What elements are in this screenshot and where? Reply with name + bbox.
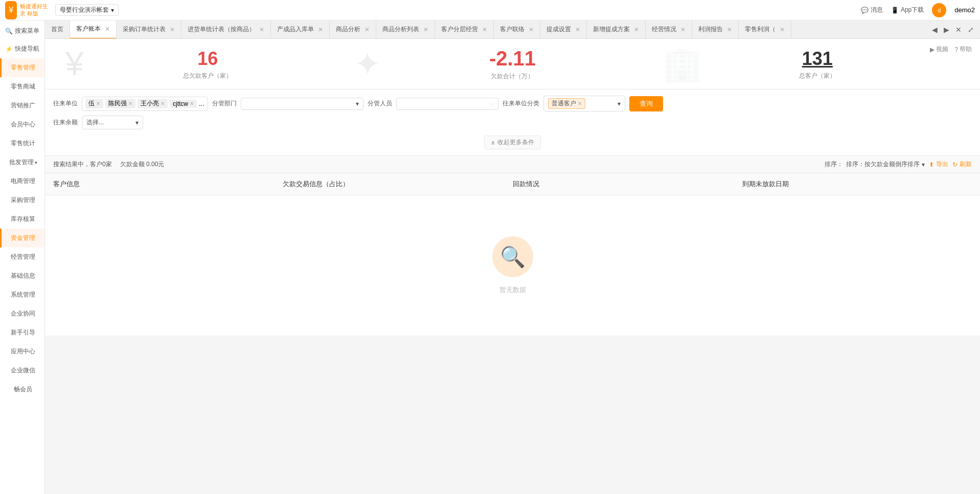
filter-tag-more[interactable]: ... — [199, 100, 204, 107]
tab-customer-segment-close[interactable]: ✕ — [482, 26, 487, 33]
tab-add-boost-close[interactable]: ✕ — [634, 26, 639, 33]
tab-boost-settings[interactable]: 提成设置 ✕ — [540, 20, 587, 39]
newcomer-label: 新手引导 — [11, 329, 35, 336]
sidebar-item-retail-mall[interactable]: 零售商城 — [0, 77, 44, 96]
quick-nav-label: 快捷导航 — [15, 44, 39, 53]
sidebar-item-inventory[interactable]: 库存核算 — [0, 210, 44, 229]
tab-profit-report[interactable]: 利润报告 ✕ — [692, 20, 739, 39]
tab-cost-entry-close[interactable]: ✕ — [318, 26, 323, 33]
sidebar-item-batch-mgmt[interactable]: 批发管理 ▾ — [0, 153, 44, 172]
sidebar-item-operations[interactable]: 经营管理 — [0, 248, 44, 266]
help-label: 帮助 — [960, 45, 972, 54]
filter-tag-unit-2[interactable]: 王小亮 ✕ — [138, 99, 168, 108]
export-button[interactable]: ⬆ 导出 — [929, 160, 948, 169]
tab-purchase-order-close[interactable]: ✕ — [170, 26, 175, 33]
tab-inventory-stat[interactable]: 进货单统计表（按商品） ✕ — [181, 20, 271, 39]
sidebar-search[interactable]: 🔍 搜索菜单 — [0, 20, 44, 39]
sidebar-item-basic-info[interactable]: 基础信息 — [0, 266, 44, 285]
tab-inventory-stat-close[interactable]: ✕ — [259, 26, 264, 33]
collapse-up-icon: ∧ — [491, 139, 495, 146]
sidebar-item-retail-stat[interactable]: 零售统计 — [0, 134, 44, 153]
tab-prev-button[interactable]: ◀ — [930, 25, 940, 35]
tab-customer-contact[interactable]: 客户联络 ✕ — [494, 20, 540, 39]
tab-ops-status[interactable]: 经营情况 ✕ — [646, 20, 692, 39]
app-download-button[interactable]: 📱 App下载 — [891, 6, 924, 14]
sidebar: 🔍 搜索菜单 ⚡ 快捷导航 零售管理 零售商城 营销推广 会员中心 零售统计 — [0, 20, 45, 494]
tab-home-label: 首页 — [51, 25, 63, 34]
page-content: ¥ 16 总欠款客户（家） ✦ -2.11 欠款合计（万） 🏢 131 — [45, 39, 980, 494]
tab-home[interactable]: 首页 — [45, 20, 70, 39]
filter-tag-unit-3-close[interactable]: ✕ — [190, 101, 194, 106]
person-label: 分管人员 — [368, 99, 392, 108]
sidebar-item-vip-member[interactable]: 畅会员 — [0, 380, 44, 399]
stat-total-customers: 131 总客户（家） — [665, 48, 970, 80]
quick-nav[interactable]: ⚡ 快捷导航 — [0, 39, 44, 58]
sidebar-item-app-center[interactable]: 应用中心 — [0, 342, 44, 361]
help-button[interactable]: ? 帮助 — [954, 45, 972, 54]
stat-debt-total-label: 欠款合计（万） — [491, 72, 534, 81]
sidebar-item-newcomer[interactable]: 新手引导 — [0, 323, 44, 342]
tab-customer-segment-label: 客户分层经营 — [441, 25, 478, 34]
marketing-label: 营销推广 — [11, 102, 35, 109]
refresh-icon: ↻ — [952, 161, 958, 168]
unit-class-select[interactable]: 普通客户 ✕ ▾ — [543, 96, 625, 111]
sort-select[interactable]: 排序： 排序：按欠款金额倒序排序 ▾ — [825, 160, 925, 169]
sidebar-item-corp-wechat[interactable]: 企业微信 — [0, 361, 44, 380]
filter-tag-unit-0-close[interactable]: ✕ — [96, 101, 100, 106]
query-button[interactable]: 查询 — [629, 96, 663, 111]
dept-select[interactable]: ▾ — [241, 98, 363, 110]
tab-ops-status-close[interactable]: ✕ — [680, 26, 686, 33]
tab-retail-profit-close[interactable]: ✕ — [780, 26, 785, 33]
sidebar-item-ecommerce[interactable]: 电商管理 — [0, 172, 44, 191]
tab-goods-list[interactable]: 商品分析列表 ✕ — [376, 20, 435, 39]
refresh-button[interactable]: ↻ 刷新 — [952, 160, 972, 169]
tab-profit-report-close[interactable]: ✕ — [727, 26, 732, 33]
tab-purchase-order[interactable]: 采购订单统计表 ✕ — [117, 20, 181, 39]
sidebar-item-capital[interactable]: 资金管理 — [0, 229, 44, 248]
person-input[interactable]: ··· — [396, 98, 498, 110]
unit-class-tag-close[interactable]: ✕ — [578, 101, 582, 106]
filter-tag-unit-1[interactable]: 陈民强 ✕ — [105, 99, 135, 108]
tab-retail-profit[interactable]: 零售利润（ ✕ — [739, 20, 791, 39]
suite-chevron-icon: ▾ — [111, 7, 114, 14]
tab-add-boost[interactable]: 新增提成方案 ✕ — [587, 20, 646, 39]
tab-goods-list-close[interactable]: ✕ — [423, 26, 428, 33]
message-button[interactable]: 💬 消息 — [861, 6, 883, 14]
purchase-mgmt-label: 采购管理 — [11, 196, 35, 204]
tab-bar: 首页 客户账本 ✕ 采购订单统计表 ✕ 进货单统计表（按商品） ✕ 产成品入库单… — [45, 20, 980, 39]
tab-accounts[interactable]: 客户账本 ✕ — [70, 20, 117, 39]
filter-tag-unit-0[interactable]: 伍 ✕ — [85, 99, 103, 108]
balance-select[interactable]: 选择... ▾ — [82, 116, 143, 129]
sidebar-item-member-center[interactable]: 会员中心 — [0, 115, 44, 134]
col-date-header: 到期未放款日期 — [742, 179, 972, 189]
sidebar-item-marketing[interactable]: 营销推广 — [0, 96, 44, 115]
video-help-button[interactable]: ▶ 视频 — [930, 45, 948, 54]
tab-next-button[interactable]: ▶ — [942, 25, 951, 35]
filter-tag-unit-3[interactable]: cjttcw ✕ — [170, 100, 197, 108]
sidebar-item-purchase-mgmt[interactable]: 采购管理 — [0, 191, 44, 210]
tab-boost-settings-close[interactable]: ✕ — [575, 26, 580, 33]
user-avatar[interactable]: d — [932, 3, 946, 17]
tab-goods-analysis-close[interactable]: ✕ — [364, 26, 370, 33]
filter-tag-unit-2-close[interactable]: ✕ — [161, 101, 165, 106]
filter-row-1: 往来单位 伍 ✕ 陈民强 ✕ 王小亮 — [53, 96, 972, 111]
filter-tag-unit-1-close[interactable]: ✕ — [128, 101, 132, 106]
unit-class-tag[interactable]: 普通客户 ✕ — [548, 98, 585, 109]
tab-expand-button[interactable]: ⤢ — [966, 25, 976, 35]
tab-cost-entry[interactable]: 产成品入库单 ✕ — [271, 20, 330, 39]
tab-accounts-close[interactable]: ✕ — [105, 26, 110, 33]
sidebar-item-sys-mgmt[interactable]: 系统管理 — [0, 285, 44, 304]
suite-selector[interactable]: 母婴行业演示帐套 ▾ — [55, 4, 119, 16]
unit-class-chevron-icon: ▾ — [618, 100, 621, 107]
logo-area: ¥ 畅捷通好生意 标版 — [5, 1, 50, 19]
sidebar-item-enterprise[interactable]: 企业协同 — [0, 304, 44, 323]
stat-debt-customers: 16 总欠款客户（家） — [55, 48, 360, 80]
sidebar-item-retail-mgmt[interactable]: 零售管理 — [0, 58, 44, 77]
collapse-button[interactable]: ∧ 收起更多条件 — [484, 136, 541, 149]
tab-goods-analysis[interactable]: 商品分析 ✕ — [330, 20, 376, 39]
tab-customer-segment[interactable]: 客户分层经营 ✕ — [435, 20, 494, 39]
tab-customer-contact-close[interactable]: ✕ — [529, 26, 534, 33]
unit-tag-group[interactable]: 伍 ✕ 陈民强 ✕ 王小亮 ✕ — [82, 97, 208, 111]
tab-close-all-button[interactable]: ✕ — [953, 25, 964, 35]
app-center-label: 应用中心 — [11, 348, 35, 355]
